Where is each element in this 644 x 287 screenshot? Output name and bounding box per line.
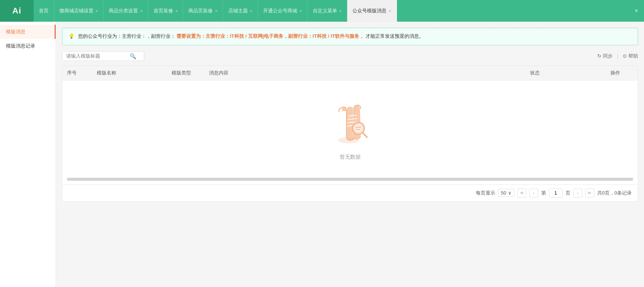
search-bar: 🔍 ↻ 同步 | ⊙ 帮助: [62, 51, 638, 61]
tab-close-icon[interactable]: ×: [250, 9, 252, 13]
tab-close-icon[interactable]: ×: [389, 9, 391, 13]
col-status: 状态: [526, 66, 593, 80]
notice-highlight: 需要设置为：主营行业：IT科技 / 互联网|电子商务，副营行业：IT科技 / I…: [176, 33, 364, 39]
first-page-button[interactable]: ⊲: [517, 189, 526, 198]
tab-item[interactable]: 自定义菜单×: [308, 0, 347, 22]
search-input-wrap[interactable]: 🔍: [62, 51, 144, 61]
tab-bar: 首页微商城店铺设置×商品分类设置×首页装修×商品页装修×店铺主题×开通公众号商城…: [34, 0, 629, 22]
scrollbar-area: [62, 178, 638, 184]
total-text: 共0页，0条记录: [597, 190, 632, 196]
sync-button[interactable]: ↻ 同步: [597, 53, 613, 59]
notice-suffix: 才能正常发送预置的消息。: [366, 33, 424, 39]
col-action: 操作: [593, 66, 638, 80]
tab-item[interactable]: 商品页装修×: [183, 0, 223, 22]
tab-item[interactable]: 店铺主题×: [223, 0, 258, 22]
help-icon: ⊙: [623, 53, 627, 59]
tab-close-icon[interactable]: ×: [215, 9, 217, 13]
sidebar: 模版消息模版消息记录: [0, 22, 56, 287]
empty-state: 暂无数据: [62, 80, 638, 175]
tab-close-icon[interactable]: ×: [96, 9, 98, 13]
svg-point-6: [354, 124, 363, 132]
svg-line-7: [363, 132, 367, 137]
divider: |: [617, 53, 618, 59]
col-seq: 序号: [62, 66, 92, 80]
close-all-button[interactable]: ×: [629, 7, 644, 14]
page-size-label: 每页显示: [476, 190, 495, 196]
next-page-button[interactable]: ›: [573, 189, 582, 198]
tab-item[interactable]: 首页装修×: [148, 0, 183, 22]
tab-item[interactable]: 开通公众号商城×: [258, 0, 307, 22]
notice-icon: 💡: [68, 33, 74, 39]
sync-icon: ↻: [597, 53, 601, 59]
horizontal-scrollbar[interactable]: [67, 178, 633, 181]
page-prefix: 第: [541, 190, 546, 196]
page-size-value: 50: [501, 190, 506, 196]
logo: Ai: [0, 0, 34, 22]
main-layout: 模版消息模版消息记录 💡 您的公众号行业为：主营行业：，副营行业： 需要设置为：…: [0, 22, 644, 287]
col-type: 模版类型: [167, 66, 204, 80]
prev-page-button[interactable]: ‹: [529, 189, 538, 198]
tab-close-icon[interactable]: ×: [299, 9, 302, 13]
sidebar-item[interactable]: 模版消息记录: [0, 39, 56, 53]
col-name: 模版名称: [92, 66, 167, 80]
tab-close-icon[interactable]: ×: [339, 9, 342, 13]
top-nav: Ai 首页微商城店铺设置×商品分类设置×首页装修×商品页装修×店铺主题×开通公众…: [0, 0, 644, 22]
notice-banner: 💡 您的公众号行业为：主营行业：，副营行业： 需要设置为：主营行业：IT科技 /…: [62, 28, 638, 45]
sync-label: 同步: [603, 53, 613, 59]
tab-close-icon[interactable]: ×: [140, 9, 142, 13]
pagination-row: 每页显示 50 ∨ ⊲ ‹ 第 页 › ⊳ 共0页，0条记录: [62, 184, 638, 201]
tab-item[interactable]: 微商城店铺设置×: [54, 0, 104, 22]
search-actions: ↻ 同步 | ⊙ 帮助: [597, 53, 638, 59]
help-label: 帮助: [628, 53, 638, 59]
tab-item[interactable]: 公众号模版消息×: [347, 0, 397, 22]
last-page-button[interactable]: ⊳: [585, 189, 594, 198]
tab-close-icon[interactable]: ×: [175, 9, 178, 13]
page-size-chevron: ∨: [508, 190, 512, 196]
sidebar-item[interactable]: 模版消息: [0, 25, 56, 39]
tab-item[interactable]: 首页: [34, 0, 54, 22]
col-content: 消息内容: [204, 66, 526, 80]
search-icon: 🔍: [130, 53, 136, 59]
page-size-select[interactable]: 50 ∨: [498, 189, 514, 197]
empty-icon: [328, 103, 373, 148]
table-header: 序号 模版名称 模版类型 消息内容 状态 操作: [62, 66, 638, 80]
notice-prefix: 您的公众号行业为：主营行业：，副营行业：: [78, 33, 175, 39]
page-number-input[interactable]: [549, 189, 563, 198]
page-suffix: 页: [566, 190, 570, 196]
search-input[interactable]: [66, 53, 130, 59]
content-area: 💡 您的公众号行业为：主营行业：，副营行业： 需要设置为：主营行业：IT科技 /…: [56, 22, 644, 287]
help-button[interactable]: ⊙ 帮助: [623, 53, 638, 59]
tab-item[interactable]: 商品分类设置×: [104, 0, 148, 22]
data-table: 序号 模版名称 模版类型 消息内容 状态 操作: [62, 65, 638, 202]
empty-text: 暂无数据: [340, 154, 361, 161]
